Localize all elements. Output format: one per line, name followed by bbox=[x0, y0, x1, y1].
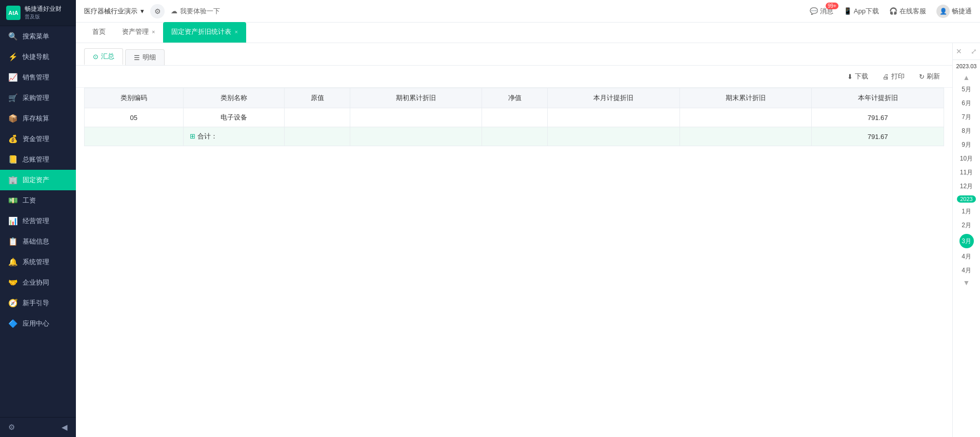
sidebar-icon-app-center: 🔷 bbox=[8, 319, 17, 328]
sidebar-icon-quick-nav: ⚡ bbox=[8, 52, 17, 62]
sidebar-item-funds[interactable]: 💰 资金管理 bbox=[0, 129, 76, 149]
tab-asset-management[interactable]: 资产管理× bbox=[114, 22, 163, 43]
panel-close-icon[interactable]: ✕ bbox=[955, 46, 963, 56]
col-yearly-depreciation: 本年计提折旧 bbox=[812, 88, 944, 108]
total-cell-monthly bbox=[547, 127, 679, 146]
sidebar-label-enterprise: 企业协同 bbox=[23, 278, 49, 287]
sub-tab-detail[interactable]: ☰ 明细 bbox=[125, 49, 165, 65]
sidebar-item-fixed-assets[interactable]: 🏢 固定资产 bbox=[0, 170, 76, 190]
sidebar-item-sales[interactable]: 📈 销售管理 bbox=[0, 67, 76, 88]
sidebar-item-search[interactable]: 🔍 搜索菜单 bbox=[0, 26, 76, 47]
right-panel: ✕ ⤢ 2023.03 ▲ 5月6月7月8月9月10月11月12月 2023 1… bbox=[952, 43, 980, 437]
sidebar-item-system[interactable]: 🔔 系统管理 bbox=[0, 252, 76, 272]
scroll-up-icon[interactable]: ▲ bbox=[962, 72, 971, 83]
panel-expand-icon[interactable]: ⤢ bbox=[970, 46, 978, 56]
experience-btn[interactable]: ☁ 我要体验一下 bbox=[171, 7, 220, 16]
month-item-2月[interactable]: 2月 bbox=[959, 218, 974, 232]
sidebar-app-subtitle: 普及版 bbox=[25, 13, 62, 21]
cell-yearly-0: 791.67 bbox=[812, 108, 944, 127]
sub-tab-summary[interactable]: ⊙ 汇总 bbox=[84, 48, 123, 65]
sub-tab-label-detail: 明细 bbox=[143, 53, 156, 62]
col-original-value: 原值 bbox=[285, 88, 350, 108]
cell-name-0: 电子设备 bbox=[183, 108, 285, 127]
sidebar-label-guide: 新手引导 bbox=[23, 299, 49, 308]
sidebar-label-salary: 工资 bbox=[23, 196, 36, 205]
sidebar: AtA 畅捷通好业财 普及版 🔍 搜索菜单 ⚡ 快捷导航 📈 销售管理 🛒 采购… bbox=[0, 0, 76, 437]
month-item-5月[interactable]: 5月 bbox=[959, 83, 974, 96]
sidebar-icon-purchase: 🛒 bbox=[8, 93, 17, 103]
month-item-9月[interactable]: 9月 bbox=[959, 138, 974, 152]
sidebar-icon-guide: 🧭 bbox=[8, 299, 17, 308]
month-item-3月-active[interactable]: 3月 bbox=[959, 234, 974, 248]
panel-date-label: 2023.03 bbox=[954, 60, 979, 72]
user-btn[interactable]: 👤 畅捷通 bbox=[936, 5, 972, 18]
month-item-7月[interactable]: 7月 bbox=[959, 110, 974, 124]
download-btn[interactable]: ⬇ 下载 bbox=[843, 70, 872, 83]
sidebar-icon-funds: 💰 bbox=[8, 134, 17, 144]
sub-tab-icon-summary: ⊙ bbox=[93, 53, 98, 61]
sidebar-item-ledger[interactable]: 📒 总账管理 bbox=[0, 149, 76, 170]
sidebar-label-sales: 销售管理 bbox=[23, 73, 49, 82]
sidebar-item-enterprise[interactable]: 🤝 企业协同 bbox=[0, 272, 76, 293]
sub-tabs: ⊙ 汇总 ☰ 明细 bbox=[76, 43, 952, 66]
month-item-4月[interactable]: 4月 bbox=[959, 264, 974, 277]
sidebar-label-funds: 资金管理 bbox=[23, 134, 49, 144]
month-item-10月[interactable]: 10月 bbox=[959, 152, 974, 166]
cell-code-0: 05 bbox=[85, 108, 184, 127]
user-label: 畅捷通 bbox=[952, 7, 972, 16]
service-btn[interactable]: 🎧 在线客服 bbox=[889, 7, 926, 16]
sidebar-label-inventory: 库存核算 bbox=[23, 114, 49, 123]
dropdown-icon: ▾ bbox=[141, 7, 144, 15]
tab-close-asset-management[interactable]: × bbox=[152, 29, 155, 35]
sidebar-item-app-center[interactable]: 🔷 应用中心 bbox=[0, 313, 76, 334]
avatar: 👤 bbox=[936, 5, 950, 18]
sidebar-label-fixed-assets: 固定资产 bbox=[23, 175, 49, 185]
print-btn[interactable]: 🖨 打印 bbox=[878, 70, 909, 83]
sidebar-label-purchase: 采购管理 bbox=[23, 93, 49, 103]
month-item-1月[interactable]: 1月 bbox=[959, 205, 974, 218]
cell-net-0 bbox=[482, 108, 548, 127]
app-download-label: App下载 bbox=[854, 7, 879, 16]
settings-icon[interactable]: ⚙ bbox=[8, 423, 15, 432]
message-badge: 99+ bbox=[826, 3, 838, 9]
topbar-settings-icon[interactable]: ⚙ bbox=[150, 4, 165, 18]
tab-home[interactable]: 首页 bbox=[84, 22, 114, 43]
sidebar-icon-salary: 💵 bbox=[8, 196, 17, 205]
company-selector[interactable]: 医疗器械行业演示 ▾ bbox=[84, 7, 144, 16]
panel-months: 5月6月7月8月9月10月11月12月 2023 1月2月3月4月4月 bbox=[953, 83, 980, 277]
collapse-icon[interactable]: ◀ bbox=[62, 423, 68, 432]
scroll-down-icon[interactable]: ▼ bbox=[962, 277, 971, 288]
month-item-4月[interactable]: 4月 bbox=[959, 250, 974, 264]
service-label: 在线客服 bbox=[899, 7, 926, 16]
tab-label-depreciation-table: 固定资产折旧统计表 bbox=[171, 27, 231, 36]
topbar-left: 医疗器械行业演示 ▾ ⚙ ☁ 我要体验一下 bbox=[84, 4, 220, 18]
month-item-12月[interactable]: 12月 bbox=[959, 180, 974, 193]
sidebar-item-quick-nav[interactable]: ⚡ 快捷导航 bbox=[0, 47, 76, 67]
col-period-start-depreciation: 期初累计折旧 bbox=[350, 88, 482, 108]
app-download-btn[interactable]: 📱 App下载 bbox=[844, 7, 879, 16]
refresh-label: 刷新 bbox=[927, 72, 940, 81]
total-cell-orig bbox=[285, 127, 350, 146]
sidebar-item-inventory[interactable]: 📦 库存核算 bbox=[0, 108, 76, 129]
col-period-end-depreciation: 期末累计折旧 bbox=[679, 88, 812, 108]
tab-depreciation-table[interactable]: 固定资产折旧统计表× bbox=[163, 22, 246, 43]
content-main: ⊙ 汇总 ☰ 明细 ⬇ 下载 🖨 打印 ↻ 刷新 bbox=[76, 43, 952, 437]
month-item-8月[interactable]: 8月 bbox=[959, 124, 974, 138]
sidebar-icon-system: 🔔 bbox=[8, 257, 17, 267]
toolbar: ⬇ 下载 🖨 打印 ↻ 刷新 bbox=[76, 66, 952, 88]
sidebar-item-basic-info[interactable]: 📋 基础信息 bbox=[0, 231, 76, 252]
month-item-6月[interactable]: 6月 bbox=[959, 96, 974, 110]
sidebar-icon-basic-info: 📋 bbox=[8, 237, 17, 246]
total-cell-code bbox=[85, 127, 184, 146]
refresh-btn[interactable]: ↻ 刷新 bbox=[915, 70, 944, 83]
sidebar-item-salary[interactable]: 💵 工资 bbox=[0, 190, 76, 211]
cell-orig-0 bbox=[285, 108, 350, 127]
tab-close-depreciation-table[interactable]: × bbox=[234, 29, 237, 35]
message-btn[interactable]: 💬 消息 99+ bbox=[810, 7, 833, 16]
phone-icon: 📱 bbox=[844, 7, 852, 15]
sidebar-item-operations[interactable]: 📊 经营管理 bbox=[0, 211, 76, 231]
sidebar-label-search: 搜索菜单 bbox=[23, 32, 49, 41]
sidebar-item-purchase[interactable]: 🛒 采购管理 bbox=[0, 88, 76, 108]
month-item-11月[interactable]: 11月 bbox=[959, 166, 974, 180]
sidebar-item-guide[interactable]: 🧭 新手引导 bbox=[0, 293, 76, 313]
